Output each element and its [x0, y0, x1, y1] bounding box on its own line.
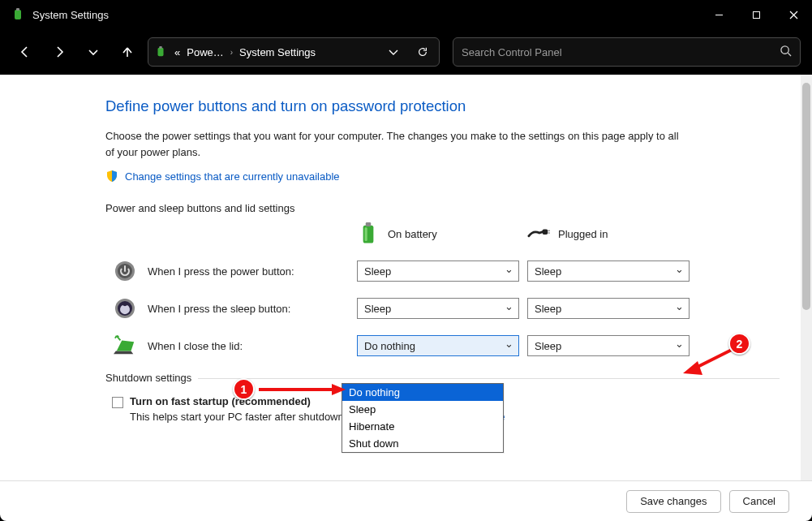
- page-description: Choose the power settings that you want …: [105, 128, 690, 160]
- footer: Save changes Cancel: [0, 480, 812, 521]
- scrollbar[interactable]: [801, 75, 812, 480]
- power-icon: [114, 260, 136, 282]
- search-icon[interactable]: [780, 45, 792, 60]
- annotation-badge-2: 2: [728, 333, 750, 355]
- search-input[interactable]: [462, 46, 780, 58]
- window-title: System Settings: [32, 9, 700, 21]
- dropdown-option-shut-down[interactable]: Shut down: [342, 435, 503, 452]
- svg-rect-0: [15, 10, 21, 19]
- svg-point-8: [781, 45, 788, 53]
- titlebar: System Settings: [0, 0, 812, 29]
- change-settings-link[interactable]: Change settings that are currently unava…: [125, 170, 340, 183]
- breadcrumb-prefix: «: [174, 46, 180, 58]
- column-header-plugged: Plugged in: [527, 222, 690, 245]
- battery-icon: [153, 45, 168, 59]
- search-bar[interactable]: [453, 37, 801, 67]
- sleep-icon: [114, 297, 136, 320]
- select-sleep-plugged[interactable]: Sleep: [527, 298, 690, 319]
- svg-rect-1: [16, 8, 19, 11]
- column-header-plugged-label: Plugged in: [558, 228, 608, 240]
- address-bar[interactable]: « Powe… › System Settings: [148, 37, 440, 67]
- svg-rect-3: [753, 11, 759, 18]
- svg-rect-12: [365, 227, 367, 241]
- address-dropdown-button[interactable]: [382, 41, 405, 63]
- row-power-label: When I press the power button:: [148, 265, 294, 278]
- up-button[interactable]: [114, 38, 141, 66]
- page-heading: Define power buttons and turn on passwor…: [105, 97, 780, 115]
- svg-line-9: [788, 53, 791, 56]
- select-lid-battery[interactable]: Do nothing: [357, 335, 519, 356]
- svg-rect-11: [366, 222, 371, 226]
- dropdown-option-sleep[interactable]: Sleep: [342, 401, 503, 418]
- lid-icon: [114, 334, 136, 357]
- breadcrumb-part1[interactable]: Powe…: [187, 46, 224, 58]
- plug-icon: [527, 222, 550, 245]
- lid-battery-dropdown[interactable]: Do nothing Sleep Hibernate Shut down: [342, 383, 504, 453]
- save-button[interactable]: Save changes: [626, 490, 720, 513]
- row-sleep-label: When I press the sleep button:: [148, 303, 290, 315]
- svg-marker-21: [332, 384, 346, 395]
- column-header-battery-label: On battery: [388, 228, 437, 240]
- annotation-badge-1: 1: [233, 378, 255, 400]
- svg-rect-7: [159, 46, 162, 49]
- breadcrumb-part2[interactable]: System Settings: [239, 46, 316, 58]
- navbar: « Powe… › System Settings: [0, 29, 812, 75]
- select-lid-plugged[interactable]: Sleep: [527, 335, 690, 356]
- scrollbar-thumb[interactable]: [802, 83, 810, 310]
- dropdown-option-do-nothing[interactable]: Do nothing: [342, 384, 503, 401]
- select-power-plugged[interactable]: Sleep: [527, 260, 690, 282]
- select-power-battery[interactable]: Sleep: [357, 260, 519, 282]
- shutdown-section-label: Shutdown settings: [105, 372, 198, 384]
- row-lid-label: When I close the lid:: [148, 340, 243, 352]
- app-icon: [11, 8, 24, 21]
- battery-icon: [357, 222, 380, 245]
- maximize-button[interactable]: [737, 0, 775, 29]
- svg-rect-6: [158, 48, 164, 57]
- chevron-right-icon: ›: [230, 48, 233, 57]
- annotation-arrow-1: [255, 381, 346, 398]
- section-label: Power and sleep buttons and lid settings: [105, 202, 780, 214]
- minimize-button[interactable]: [700, 0, 737, 29]
- dropdown-option-hibernate[interactable]: Hibernate: [342, 418, 503, 435]
- shield-icon: [105, 170, 118, 183]
- cancel-button[interactable]: Cancel: [729, 490, 789, 513]
- column-header-battery: On battery: [357, 222, 519, 245]
- svg-marker-23: [683, 361, 702, 375]
- svg-rect-10: [363, 226, 374, 243]
- fast-startup-checkbox[interactable]: [112, 397, 123, 408]
- refresh-button[interactable]: [411, 41, 434, 63]
- svg-rect-13: [543, 229, 548, 235]
- select-sleep-battery[interactable]: Sleep: [357, 298, 519, 319]
- close-button[interactable]: [775, 0, 812, 29]
- back-button[interactable]: [11, 38, 39, 66]
- content-area: Define power buttons and turn on passwor…: [0, 75, 812, 480]
- forward-button[interactable]: [45, 38, 73, 66]
- recent-button[interactable]: [79, 38, 107, 66]
